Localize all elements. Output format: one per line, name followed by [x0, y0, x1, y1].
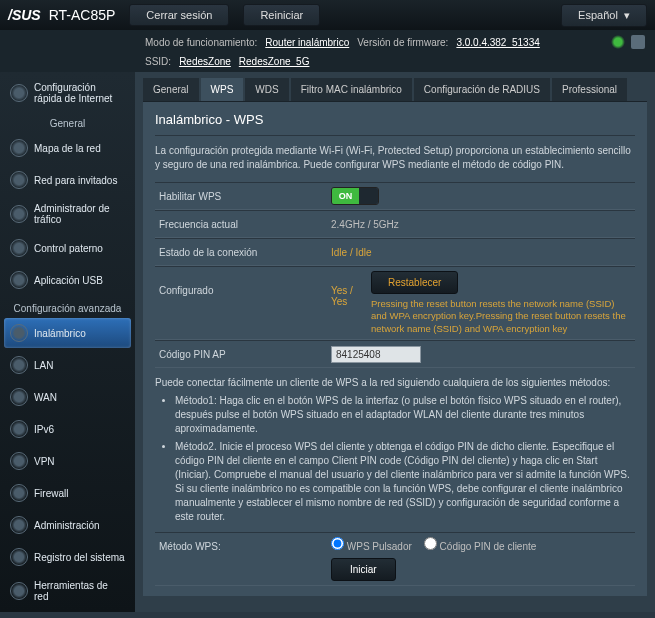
topbar: /SUS RT-AC85P Cerrar sesión Reiniciar Es…	[0, 0, 655, 30]
sidebar-ipv6[interactable]: IPv6	[4, 414, 131, 444]
tab-mac-filter[interactable]: Filtro MAC inalámbrico	[291, 78, 412, 101]
sidebar-nettools[interactable]: Herramientas de red	[4, 574, 131, 608]
configured-value: Yes / Yes	[331, 271, 361, 307]
sidebar-general-title: General	[4, 112, 131, 133]
admin-icon	[10, 516, 28, 534]
map-icon	[10, 139, 28, 157]
tab-general[interactable]: General	[143, 78, 199, 101]
conn-state-label: Estado de la conexión	[155, 241, 325, 264]
sidebar-syslog[interactable]: Registro del sistema	[4, 542, 131, 572]
vpn-icon	[10, 452, 28, 470]
start-button[interactable]: Iniciar	[331, 558, 396, 581]
language-select[interactable]: Español ▾	[561, 4, 647, 27]
sidebar-network-map[interactable]: Mapa de la red	[4, 133, 131, 163]
sidebar-admin[interactable]: Administración	[4, 510, 131, 540]
reset-button[interactable]: Restablecer	[371, 271, 458, 294]
sidebar-lan[interactable]: LAN	[4, 350, 131, 380]
log-icon	[10, 548, 28, 566]
sidebar-usb-app[interactable]: Aplicación USB	[4, 265, 131, 295]
mode-value[interactable]: Router inalámbrico	[265, 37, 349, 48]
radio-client-pin[interactable]: Código PIN de cliente	[424, 537, 537, 552]
methods-block: Puede conectar fácilmente un cliente de …	[155, 376, 635, 524]
wifi-icon	[10, 324, 28, 342]
sidebar-traffic-manager[interactable]: Administrador de tráfico	[4, 197, 131, 231]
sidebar-parental[interactable]: Control paterno	[4, 233, 131, 263]
ipv6-icon	[10, 420, 28, 438]
traffic-icon	[10, 205, 28, 223]
freq-value: 2.4GHz / 5GHz	[325, 215, 635, 234]
enable-wps-label: Habilitar WPS	[155, 185, 325, 208]
mode-label: Modo de funcionamiento:	[145, 37, 257, 48]
ssid-label: SSID:	[145, 56, 171, 67]
tab-professional[interactable]: Professional	[552, 78, 627, 101]
sidebar-firewall[interactable]: Firewall	[4, 478, 131, 508]
ssid-2: RedesZone_5G	[239, 56, 310, 67]
tab-wds[interactable]: WDS	[245, 78, 288, 101]
ap-pin-input[interactable]	[331, 346, 421, 363]
tab-radius[interactable]: Configuración de RADIUS	[414, 78, 550, 101]
guest-icon	[10, 171, 28, 189]
sidebar-wireless[interactable]: Inalámbrico	[4, 318, 131, 348]
fw-value[interactable]: 3.0.0.4.382_51334	[456, 37, 539, 48]
method-1: Método1: Haga clic en el botón WPS de la…	[175, 394, 635, 436]
footer-help: ? Help & Soporte técnico Manual | Utilid…	[0, 612, 655, 618]
sidebar-guest-network[interactable]: Red para invitados	[4, 165, 131, 195]
sidebar: Configuración rápida de Internet General…	[0, 72, 135, 612]
conn-state-value: Idle / Idle	[325, 243, 635, 262]
radio-push-button[interactable]: WPS Pulsador	[331, 537, 412, 552]
panel-desc: La configuración protegida mediante Wi-F…	[155, 144, 635, 172]
tabs: General WPS WDS Filtro MAC inalámbrico C…	[143, 78, 647, 102]
sidebar-vpn[interactable]: VPN	[4, 446, 131, 476]
brand-logo: /SUS	[8, 7, 41, 23]
content: General WPS WDS Filtro MAC inalámbrico C…	[135, 72, 655, 612]
lan-icon	[10, 356, 28, 374]
firewall-icon	[10, 484, 28, 502]
tab-wps[interactable]: WPS	[201, 78, 244, 101]
enable-wps-toggle[interactable]: ON	[331, 187, 379, 205]
sidebar-adv-title: Configuración avanzada	[4, 297, 131, 318]
ssid-row: SSID: RedesZone RedesZone_5G	[0, 54, 655, 72]
method-2: Método2. Inicie el proceso WPS del clien…	[175, 440, 635, 524]
reset-note: Pressing the reset button resets the net…	[371, 298, 629, 335]
meta-row: Modo de funcionamiento: Router inalámbri…	[0, 30, 655, 54]
parental-icon	[10, 239, 28, 257]
methods-intro: Puede conectar fácilmente un cliente de …	[155, 376, 635, 390]
wan-icon	[10, 388, 28, 406]
ssid-1: RedesZone	[179, 56, 231, 67]
panel: Inalámbrico - WPS La configuración prote…	[143, 102, 647, 596]
wps-method-label: Método WPS:	[155, 533, 325, 558]
usb-app-icon	[10, 271, 28, 289]
freq-label: Frecuencia actual	[155, 213, 325, 236]
pin-label: Código PIN AP	[155, 343, 325, 366]
logout-button[interactable]: Cerrar sesión	[129, 4, 229, 26]
reboot-button[interactable]: Reiniciar	[243, 4, 320, 26]
usb-icon[interactable]	[631, 35, 645, 49]
globe-icon	[10, 84, 28, 102]
sidebar-quick-setup[interactable]: Configuración rápida de Internet	[4, 76, 131, 110]
configured-label: Configurado	[155, 267, 325, 302]
tools-icon	[10, 582, 28, 600]
model-name: RT-AC85P	[49, 7, 116, 23]
sidebar-wan[interactable]: WAN	[4, 382, 131, 412]
clients-icon[interactable]	[611, 35, 625, 49]
fw-label: Versión de firmware:	[357, 37, 448, 48]
panel-title: Inalámbrico - WPS	[155, 112, 635, 136]
